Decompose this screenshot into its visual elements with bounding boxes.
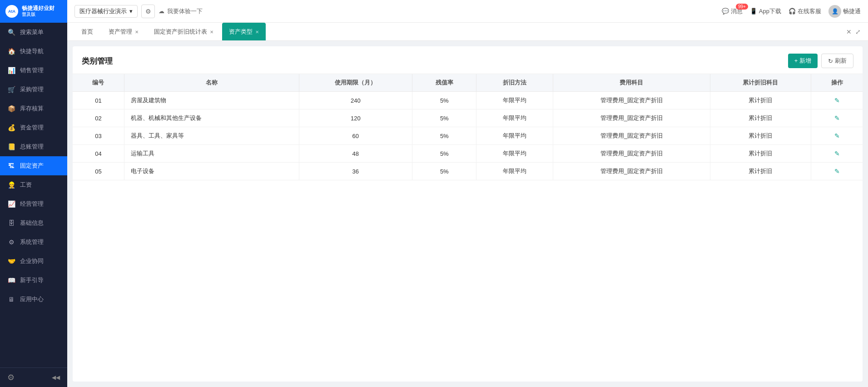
sidebar-label-2: 销售管理 <box>20 66 44 74</box>
chevron-down-icon: ▾ <box>129 8 133 15</box>
edit-icon-1[interactable]: ✎ <box>834 114 840 122</box>
cell-id-0: 01 <box>73 92 124 109</box>
sidebar-nav: 🔍搜索菜单🏠快捷导航📊销售管理🛒采购管理📦库存核算💰资金管理📒总账管理🏗固定资产… <box>0 23 67 367</box>
sidebar-item-固定资产[interactable]: 🏗固定资产 <box>0 156 67 175</box>
experience-button[interactable]: ☁ 我要体验一下 <box>159 7 203 15</box>
message-button[interactable]: 💬 消息 99+ <box>722 7 743 15</box>
sidebar-item-企业协同[interactable]: 🤝企业协同 <box>0 252 67 271</box>
tab-close-icon-1[interactable]: ✕ <box>135 30 139 35</box>
tab-固定资产折旧统计表[interactable]: 固定资产折旧统计表✕ <box>147 23 220 40</box>
cell-action-2: ✎ <box>811 127 863 145</box>
tab-close-icon-3[interactable]: ✕ <box>255 30 259 35</box>
close-window-icon[interactable]: ✕ <box>846 28 852 35</box>
cell-method-0: 年限平均 <box>476 92 553 109</box>
avatar: 👤 <box>828 5 841 18</box>
cell-id-3: 04 <box>73 145 124 163</box>
col-header-4: 折旧方法 <box>476 74 553 92</box>
cell-accum-1: 累计折旧 <box>710 109 811 127</box>
sidebar-item-采购管理[interactable]: 🛒采购管理 <box>0 80 67 99</box>
app-download-button[interactable]: 📱 App下载 <box>750 7 781 15</box>
edit-icon-3[interactable]: ✎ <box>834 150 840 157</box>
online-service-button[interactable]: 🎧 在线客服 <box>789 7 821 15</box>
cell-rate-0: 5% <box>412 92 476 109</box>
expand-window-icon[interactable]: ⤢ <box>855 28 861 35</box>
sidebar-item-经营管理[interactable]: 📈经营管理 <box>0 194 67 213</box>
sidebar-item-总账管理[interactable]: 📒总账管理 <box>0 137 67 156</box>
sidebar-item-销售管理[interactable]: 📊销售管理 <box>0 61 67 80</box>
sidebar-label-7: 固定资产 <box>20 162 44 170</box>
experience-label: 我要体验一下 <box>167 7 203 15</box>
sidebar-icon-7: 🏗 <box>7 162 15 169</box>
tab-label-1: 资产管理 <box>109 28 132 36</box>
cell-name-3: 运输工具 <box>124 145 299 163</box>
cell-rate-4: 5% <box>412 163 476 180</box>
sidebar-icon-1: 🏠 <box>7 48 15 55</box>
col-header-0: 编号 <box>73 74 124 92</box>
sidebar-label-13: 新手引导 <box>20 276 44 284</box>
cell-action-3: ✎ <box>811 145 863 163</box>
company-name: 医疗器械行业演示 <box>79 7 127 15</box>
sidebar-icon-8: 👷 <box>7 181 15 189</box>
edit-icon-4[interactable]: ✎ <box>834 168 840 175</box>
sidebar-icon-6: 📒 <box>7 143 15 150</box>
cell-action-1: ✎ <box>811 109 863 127</box>
sidebar-item-系统管理[interactable]: ⚙系统管理 <box>0 233 67 252</box>
tab-close-icon-2[interactable]: ✕ <box>210 30 213 35</box>
refresh-button[interactable]: ↻ 刷新 <box>821 54 853 68</box>
tab-资产管理[interactable]: 资产管理✕ <box>102 23 145 40</box>
tab-首页[interactable]: 首页 <box>74 23 100 40</box>
online-service-label: 在线客服 <box>798 7 821 15</box>
sidebar-icon-4: 📦 <box>7 105 15 112</box>
sidebar-item-新手引导[interactable]: 📖新手引导 <box>0 271 67 290</box>
tab-资产类型[interactable]: 资产类型✕ <box>222 23 266 40</box>
cell-accum-0: 累计折旧 <box>710 92 811 109</box>
user-name: 畅捷通 <box>843 7 861 15</box>
sidebar-item-资金管理[interactable]: 💰资金管理 <box>0 118 67 137</box>
cell-method-2: 年限平均 <box>476 127 553 145</box>
cloud-icon: ☁ <box>159 8 164 15</box>
table-row: 05 电子设备 36 5% 年限平均 管理费用_固定资产折旧 累计折旧 ✎ <box>73 163 863 180</box>
user-avatar[interactable]: 👤 畅捷通 <box>828 5 861 18</box>
sidebar-label-5: 资金管理 <box>20 124 44 132</box>
cell-name-1: 机器、机械和其他生产设备 <box>124 109 299 127</box>
sidebar-header: AtA 畅捷通好业财 普及版 <box>0 0 67 23</box>
app-title: 畅捷通好业财 <box>22 5 55 11</box>
content-header: 类别管理 + 新增 ↻ 刷新 <box>73 46 863 74</box>
col-header-5: 费用科目 <box>553 74 710 92</box>
sidebar-item-工资[interactable]: 👷工资 <box>0 175 67 194</box>
cell-period-1: 120 <box>299 109 412 127</box>
cell-rate-2: 5% <box>412 127 476 145</box>
settings-icon[interactable]: ⚙ <box>7 372 15 382</box>
collapse-icon[interactable]: ◀◀ <box>52 374 60 381</box>
cell-method-4: 年限平均 <box>476 163 553 180</box>
message-badge: 99+ <box>736 4 748 10</box>
sidebar-item-快捷导航[interactable]: 🏠快捷导航 <box>0 42 67 61</box>
company-selector[interactable]: 医疗器械行业演示 ▾ <box>74 5 138 18</box>
sidebar-item-搜索菜单[interactable]: 🔍搜索菜单 <box>0 23 67 42</box>
sidebar-label-8: 工资 <box>20 181 32 189</box>
col-header-7: 操作 <box>811 74 863 92</box>
table-row: 04 运输工具 48 5% 年限平均 管理费用_固定资产折旧 累计折旧 ✎ <box>73 145 863 163</box>
settings-gear-button[interactable]: ⚙ <box>141 5 155 18</box>
topbar-left: 医疗器械行业演示 ▾ ⚙ ☁ 我要体验一下 <box>74 5 716 18</box>
cell-period-3: 48 <box>299 145 412 163</box>
sidebar-icon-13: 📖 <box>7 277 15 284</box>
cell-action-0: ✎ <box>811 92 863 109</box>
sidebar-icon-11: ⚙ <box>7 238 15 246</box>
cell-action-4: ✎ <box>811 163 863 180</box>
sidebar-icon-3: 🛒 <box>7 86 15 93</box>
sidebar-label-9: 经营管理 <box>20 200 44 208</box>
sidebar-item-基础信息[interactable]: 🗄基础信息 <box>0 213 67 233</box>
logo-icon: AtA <box>5 5 18 18</box>
sidebar-item-库存核算[interactable]: 📦库存核算 <box>0 99 67 118</box>
sidebar-item-应用中心[interactable]: 🖥应用中心 <box>0 290 67 309</box>
asset-type-table: 编号名称使用期限（月）残值率折旧方法费用科目累计折旧科目操作 01 房屋及建筑物… <box>73 74 863 180</box>
edit-icon-2[interactable]: ✎ <box>834 132 840 139</box>
col-header-3: 残值率 <box>412 74 476 92</box>
table-row: 03 器具、工具、家具等 60 5% 年限平均 管理费用_固定资产折旧 累计折旧… <box>73 127 863 145</box>
col-header-2: 使用期限（月） <box>299 74 412 92</box>
edit-icon-0[interactable]: ✎ <box>834 97 840 104</box>
cell-name-4: 电子设备 <box>124 163 299 180</box>
new-button[interactable]: + 新增 <box>788 54 818 68</box>
message-icon: 💬 <box>722 8 729 15</box>
